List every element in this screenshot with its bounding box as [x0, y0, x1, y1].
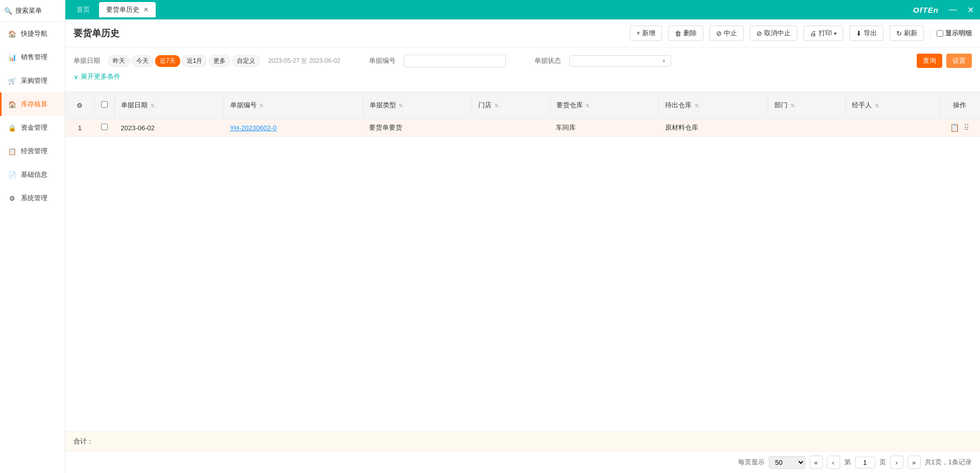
sort-icon-handler[interactable]: ⇅	[875, 103, 879, 108]
th-pending-warehouse: 待出仓库 ⇅	[659, 92, 768, 119]
date-shortcuts: 昨天 今天 近7天 近1月 更多 自定义	[108, 55, 260, 67]
table-settings-icon[interactable]: ⚙	[71, 97, 88, 113]
doc-no-filter-label: 单据编号	[369, 56, 396, 65]
row-check[interactable]	[94, 119, 115, 137]
print-button[interactable]: 🖨 打印 ▾	[803, 26, 843, 41]
sidebar-search-label: 搜索菜单	[15, 6, 42, 15]
sidebar-item-purchase[interactable]: 🛒 采购管理	[0, 69, 65, 92]
sort-icon-pendingwh[interactable]: ⇅	[695, 103, 699, 108]
row-req-warehouse: 车间库	[550, 119, 659, 137]
chevron-down-icon: ▾	[663, 58, 666, 64]
date-btn-more[interactable]: 更多	[209, 55, 230, 67]
sort-icon-docno[interactable]: ⇅	[259, 103, 263, 108]
print-icon: 🖨	[810, 30, 817, 37]
close-button[interactable]: ✕	[965, 5, 976, 15]
sidebar-search[interactable]: 🔍 搜索菜单	[0, 0, 65, 22]
filter-area: 单据日期 昨天 今天 近7天 近1月 更多 自定义 2023-05-27 至 2…	[65, 48, 980, 92]
first-page-button[interactable]: «	[810, 456, 823, 469]
date-filter-label: 单据日期	[74, 56, 100, 65]
new-button[interactable]: + 新增	[630, 26, 662, 41]
display-detail-checkbox-wrapper[interactable]: 显示明细	[937, 29, 972, 38]
stop-icon: ⊘	[716, 30, 722, 37]
tab-home[interactable]: 首页	[69, 2, 97, 17]
sidebar-item-label: 销售管理	[21, 53, 47, 62]
display-detail-checkbox[interactable]	[937, 30, 943, 37]
cancel-stop-button[interactable]: ⊘ 取消中止	[750, 26, 797, 41]
summary-row: 合计：	[65, 431, 980, 451]
pagination-bar: 每页显示 10 20 50 100 « ‹ 第 页 › » 共1页，1条记录	[65, 451, 980, 473]
last-page-button[interactable]: »	[908, 456, 921, 469]
search-icon: 🔍	[4, 7, 12, 15]
row-doc-type: 要货单要货	[363, 119, 472, 137]
tab-home-label: 首页	[77, 5, 90, 14]
status-filter-label: 单据状态	[534, 56, 561, 65]
prev-page-button[interactable]: ‹	[827, 456, 840, 469]
export-icon: ⬇	[856, 30, 862, 37]
sort-icon-reqwh[interactable]: ⇅	[585, 103, 590, 108]
next-page-button[interactable]: ›	[890, 456, 903, 469]
table-header-row: ⚙ 单据日期 ⇅ 单据编号 ⇅	[65, 92, 980, 119]
th-dept: 部门 ⇅	[768, 92, 846, 119]
row-more-icon[interactable]: ⠿	[964, 123, 969, 132]
query-button[interactable]: 查询	[917, 54, 942, 68]
sidebar-item-label: 基础信息	[21, 170, 47, 179]
refresh-button[interactable]: ↻ 刷新	[890, 26, 924, 41]
sort-icon-date[interactable]: ⇅	[151, 103, 155, 108]
settings-button[interactable]: 设置	[946, 54, 972, 68]
date-btn-7days[interactable]: 近7天	[155, 55, 180, 67]
tab-requisition-label: 要货单历史	[106, 5, 139, 14]
delete-icon: 🗑	[675, 30, 681, 37]
row-ops: 📋 ⠿	[939, 119, 980, 137]
doc-no-link[interactable]: YH-20230602-0	[230, 124, 277, 132]
sidebar-item-inventory[interactable]: 🏠 库存核算	[0, 92, 65, 116]
tab-close-icon[interactable]: ✕	[143, 6, 149, 13]
tab-requisition-history[interactable]: 要货单历史 ✕	[99, 2, 156, 17]
cancel-stop-icon: ⊘	[756, 30, 762, 37]
brand-logo: OfTEn	[911, 6, 941, 14]
sort-icon-doctype[interactable]: ⇅	[399, 103, 403, 108]
page-label: 第	[844, 458, 851, 467]
date-btn-custom[interactable]: 自定义	[232, 55, 260, 67]
doc-no-input[interactable]	[404, 55, 506, 67]
sidebar-item-system[interactable]: ⚙ 系统管理	[0, 186, 65, 210]
sidebar-item-quick-nav[interactable]: 🏠 快捷导航	[0, 22, 65, 45]
date-btn-today[interactable]: 今天	[132, 55, 153, 67]
page-number-input[interactable]	[855, 457, 875, 468]
delete-button[interactable]: 🗑 删除	[668, 26, 703, 41]
row-doc-no[interactable]: YH-20230602-0	[224, 119, 363, 137]
toolbar: + 新增 🗑 删除 ⊘ 中止 ⊘ 取消中止 🖨 打印 ▾	[630, 26, 972, 41]
page-header: 要货单历史 + 新增 🗑 删除 ⊘ 中止 ⊘ 取消中止 🖨 打印	[65, 19, 980, 48]
row-handler	[846, 119, 939, 137]
home-icon: 🏠	[8, 29, 17, 38]
sidebar-item-operation[interactable]: 📋 经营管理	[0, 139, 65, 163]
sidebar-item-sales[interactable]: 📊 销售管理	[0, 45, 65, 69]
date-btn-1month[interactable]: 近1月	[182, 55, 207, 67]
sidebar-item-finance[interactable]: 🔒 资金管理	[0, 116, 65, 139]
sidebar-item-basic[interactable]: 📄 基础信息	[0, 163, 65, 186]
lock-icon: 🔒	[8, 123, 17, 132]
stop-button[interactable]: ⊘ 中止	[709, 26, 744, 41]
clipboard-icon: 📋	[8, 147, 17, 156]
th-ops: 操作	[939, 92, 980, 119]
date-btn-yesterday[interactable]: 昨天	[108, 55, 130, 67]
page-suffix: 页	[879, 458, 886, 467]
th-doc-no: 单据编号 ⇅	[224, 92, 363, 119]
gear-icon: ⚙	[8, 194, 17, 203]
filter-row-2: ∨ 展开更多条件	[74, 72, 972, 81]
total-info: 共1页，1条记录	[925, 458, 972, 467]
refresh-icon: ↻	[896, 30, 902, 37]
row-dept	[768, 119, 846, 137]
expand-filter-button[interactable]: ∨ 展开更多条件	[74, 72, 120, 81]
row-checkbox[interactable]	[101, 124, 108, 130]
page-title: 要货单历史	[74, 27, 630, 39]
row-edit-icon[interactable]: 📋	[950, 123, 960, 132]
sort-icon-store[interactable]: ⇅	[495, 103, 499, 108]
sidebar-item-label: 快捷导航	[21, 29, 47, 38]
page-size-label: 每页显示	[738, 458, 765, 467]
export-button[interactable]: ⬇ 导出	[849, 26, 884, 41]
page-size-select[interactable]: 10 20 50 100	[769, 456, 805, 469]
status-select[interactable]: ▾	[569, 55, 671, 67]
sort-icon-dept[interactable]: ⇅	[791, 103, 795, 108]
minimize-button[interactable]: —	[947, 5, 959, 14]
select-all-checkbox[interactable]	[101, 101, 108, 108]
